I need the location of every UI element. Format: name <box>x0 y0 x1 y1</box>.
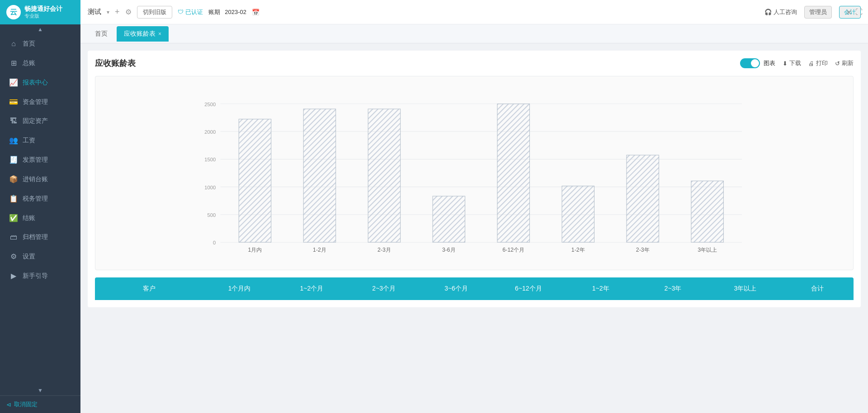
assets-icon: 🏗 <box>9 117 18 125</box>
svg-text:1-2年: 1-2年 <box>571 247 585 253</box>
sidebar-label-purchase: 进销台账 <box>23 175 48 183</box>
refresh-button[interactable]: ↺ 刷新 <box>835 59 854 67</box>
svg-text:6-12个月: 6-12个月 <box>503 247 525 253</box>
tab-active-label: 应收账龄表 <box>124 30 156 38</box>
table-header-cell: 1个月内 <box>203 277 276 300</box>
sidebar-label-funds: 资金管理 <box>23 98 48 106</box>
topbar-title: 测试 <box>88 8 101 16</box>
download-button[interactable]: ⬇ 下载 <box>783 59 801 67</box>
reports-icon: 📈 <box>9 78 18 87</box>
scroll-up-btn[interactable]: ▲ <box>0 24 80 34</box>
svg-text:3年以上: 3年以上 <box>698 247 717 253</box>
sidebar-item-tax[interactable]: 📋税务管理 <box>0 189 80 208</box>
table-header-cell: 客户 <box>95 277 203 300</box>
sidebar-nav: ⌂首页⊞总账📈报表中心💳资金管理🏗固定资产👥工资🧾发票管理📦进销台账📋税务管理✅… <box>0 34 80 385</box>
sidebar-item-salary[interactable]: 👥工资 <box>0 131 80 150</box>
report-actions: 图表 ⬇ 下载 🖨 打印 ↺ 刷新 <box>740 58 854 68</box>
sidebar-label-settings: 设置 <box>23 253 35 261</box>
report-header: 应收账龄表 图表 ⬇ 下载 🖨 打印 ↺ <box>95 58 854 69</box>
sidebar-item-funds[interactable]: 💳资金管理 <box>0 92 80 112</box>
svg-text:3-6月: 3-6月 <box>442 247 456 253</box>
tab-close-button[interactable]: × <box>158 31 161 37</box>
settings-icon: ⚙ <box>9 252 18 261</box>
sidebar-label-archive: 归档管理 <box>23 233 48 241</box>
tab-receivable-aging[interactable]: 应收账龄表 × <box>117 26 169 42</box>
sidebar-item-home[interactable]: ⌂首页 <box>0 34 80 53</box>
topbar: 测试 ▾ + ⚙ 切到旧版 🛡 已认证 账期 2023-02 📅 🎧 人工咨询 … <box>80 0 868 24</box>
guide-icon: ▶ <box>9 272 18 280</box>
sidebar-item-purchase[interactable]: 📦进销台账 <box>0 169 80 189</box>
content-tabs: 首页 应收账龄表 × <box>80 24 868 43</box>
salary-icon: 👥 <box>9 136 18 145</box>
sidebar-item-reports[interactable]: 📈报表中心 <box>0 73 80 92</box>
tab-home[interactable]: 首页 <box>88 26 115 42</box>
sidebar-label-tax: 税务管理 <box>23 195 48 203</box>
table-header-cell: 3~6个月 <box>420 277 492 300</box>
logo-title: 畅捷通好会计 <box>24 5 62 13</box>
print-icon: 🖨 <box>808 60 814 67</box>
topbar-add-button[interactable]: + <box>115 7 120 17</box>
switch-old-version-button[interactable]: 切到旧版 <box>137 6 172 19</box>
svg-text:2000: 2000 <box>204 129 216 135</box>
shield-icon: 🛡 <box>178 9 184 15</box>
svg-text:2-3年: 2-3年 <box>636 247 650 253</box>
purchase-icon: 📦 <box>9 175 18 183</box>
maximize-window-button[interactable]: ⛶ <box>855 8 863 16</box>
logo-subtitle: 专业版 <box>24 13 62 19</box>
sidebar-item-ledger[interactable]: ⊞总账 <box>0 53 80 73</box>
svg-text:1500: 1500 <box>204 157 216 162</box>
svg-text:2500: 2500 <box>204 102 216 107</box>
topbar-dropdown-icon[interactable]: ▾ <box>107 9 109 15</box>
svg-text:1000: 1000 <box>204 185 216 190</box>
home-icon: ⌂ <box>9 40 18 48</box>
verified-label: 已认证 <box>185 8 203 16</box>
invoice-icon: 🧾 <box>9 155 18 164</box>
bar-3年以上 <box>691 181 723 242</box>
chart-toggle[interactable] <box>740 58 760 68</box>
bar-3-6月 <box>433 196 465 242</box>
table-header-cell: 3年以上 <box>709 277 781 300</box>
consult-button[interactable]: 🎧 人工咨询 <box>764 8 797 16</box>
svg-text:500: 500 <box>207 212 216 218</box>
sidebar-item-settings[interactable]: ⚙设置 <box>0 247 80 266</box>
verified-badge: 🛡 已认证 <box>178 8 203 16</box>
sidebar-label-invoice: 发票管理 <box>23 156 48 164</box>
funds-icon: 💳 <box>9 98 18 106</box>
report-title: 应收账龄表 <box>95 58 136 69</box>
sidebar-logo: 云 畅捷通好会计 专业版 <box>0 0 80 24</box>
table-header-cell: 2~3个月 <box>348 277 420 300</box>
close-window-button[interactable]: ✕ <box>846 8 852 17</box>
sidebar-item-guide[interactable]: ▶新手引导 <box>0 266 80 286</box>
calendar-icon[interactable]: 📅 <box>252 9 259 16</box>
ledger-icon: ⊞ <box>9 59 18 67</box>
window-controls: ✕ ⛶ <box>840 0 868 24</box>
sidebar-item-invoice[interactable]: 🧾发票管理 <box>0 150 80 169</box>
sidebar-label-ledger: 总账 <box>23 59 35 67</box>
sidebar-label-reports: 报表中心 <box>23 79 48 87</box>
download-icon: ⬇ <box>783 60 788 67</box>
close-icon: ✅ <box>9 214 18 222</box>
table-header: 客户1个月内1~2个月2~3个月3~6个月6~12个月1~2年2~3年3年以上合… <box>95 277 854 300</box>
bar-2-3月 <box>368 109 400 242</box>
main-area: 测试 ▾ + ⚙ 切到旧版 🛡 已认证 账期 2023-02 📅 🎧 人工咨询 … <box>80 0 868 413</box>
sidebar-item-close[interactable]: ✅结账 <box>0 208 80 228</box>
logo-icon: 云 <box>6 5 21 19</box>
chart-toggle-label: 图表 <box>764 59 775 67</box>
headset-icon: 🎧 <box>764 9 772 15</box>
table-header-cell: 合计 <box>781 277 854 300</box>
bar-1-2年 <box>562 186 594 243</box>
cancel-pin-button[interactable]: ⊲ 取消固定 <box>0 395 80 413</box>
table-header-cell: 2~3年 <box>637 277 709 300</box>
sidebar-item-archive[interactable]: 🗃归档管理 <box>0 228 80 247</box>
bar-1-2月 <box>303 109 335 242</box>
table-header-cell: 1~2年 <box>565 277 637 300</box>
topbar-settings-icon[interactable]: ⚙ <box>125 8 132 16</box>
admin-button[interactable]: 管理员 <box>804 6 832 19</box>
bar-2-3年 <box>627 155 659 242</box>
print-button[interactable]: 🖨 打印 <box>808 59 828 67</box>
sidebar-item-assets[interactable]: 🏗固定资产 <box>0 112 80 131</box>
scroll-down-btn[interactable]: ▼ <box>0 385 80 395</box>
archive-icon: 🗃 <box>9 233 18 241</box>
bar-1月内 <box>239 119 271 243</box>
tax-icon: 📋 <box>9 194 18 203</box>
